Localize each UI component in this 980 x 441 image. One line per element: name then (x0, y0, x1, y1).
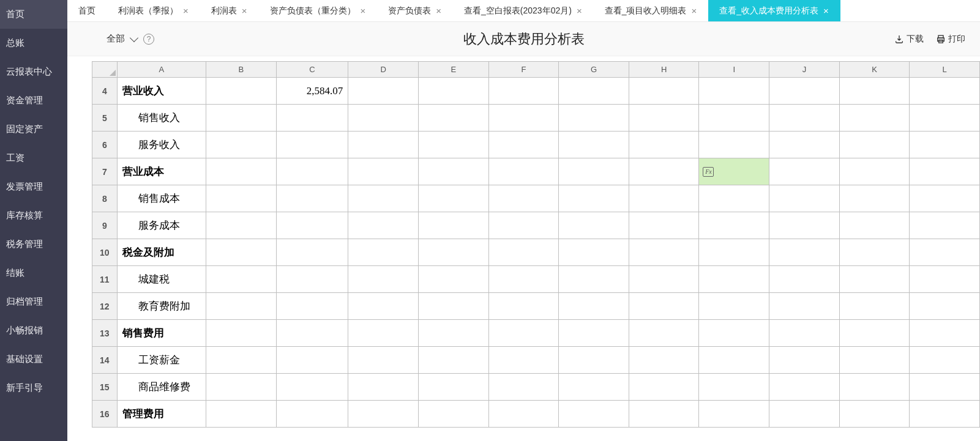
cell[interactable] (910, 293, 980, 320)
cell[interactable] (206, 293, 276, 320)
cell[interactable] (206, 266, 276, 293)
cell[interactable] (276, 239, 348, 266)
cell[interactable] (839, 320, 910, 347)
cell[interactable] (629, 185, 699, 212)
column-header[interactable]: G (559, 62, 629, 78)
cell[interactable] (699, 212, 769, 239)
filter-label[interactable]: 全部 (107, 33, 125, 45)
cell[interactable] (839, 212, 910, 239)
cell[interactable] (769, 158, 840, 185)
cell[interactable] (488, 212, 559, 239)
close-icon[interactable]: × (691, 6, 697, 16)
cell[interactable] (348, 158, 419, 185)
cell[interactable] (629, 320, 699, 347)
sidebar-item[interactable]: 发票管理 (0, 172, 67, 201)
cell[interactable] (910, 401, 980, 428)
cell[interactable]: 城建税 (117, 266, 206, 293)
cell[interactable] (418, 293, 488, 320)
cell[interactable] (348, 185, 419, 212)
cell[interactable] (276, 293, 348, 320)
sidebar-item[interactable]: 税务管理 (0, 230, 67, 259)
tab[interactable]: 资产负债表× (377, 0, 453, 21)
cell[interactable] (276, 347, 348, 374)
cell[interactable]: 教育费附加 (117, 293, 206, 320)
sidebar-item[interactable]: 总账 (0, 29, 67, 57)
close-icon[interactable]: × (823, 6, 829, 16)
cell[interactable] (488, 239, 559, 266)
cell[interactable] (276, 185, 348, 212)
cell[interactable] (910, 105, 980, 132)
cell[interactable]: 管理费用 (117, 401, 206, 428)
cell[interactable] (559, 347, 629, 374)
cell[interactable] (910, 185, 980, 212)
close-icon[interactable]: × (436, 6, 441, 16)
cell[interactable] (418, 185, 488, 212)
cell[interactable] (418, 347, 488, 374)
cell[interactable] (910, 266, 980, 293)
cell[interactable] (769, 78, 840, 105)
cell[interactable] (276, 401, 348, 428)
download-button[interactable]: 下载 (894, 34, 924, 45)
cell[interactable] (839, 132, 910, 158)
cell[interactable] (699, 266, 769, 293)
cell[interactable] (699, 132, 769, 158)
cell[interactable] (839, 293, 910, 320)
cell[interactable] (839, 374, 910, 401)
close-icon[interactable]: × (242, 6, 247, 16)
cell[interactable] (629, 239, 699, 266)
chevron-down-icon[interactable] (130, 33, 138, 42)
row-header[interactable]: 11 (92, 266, 118, 293)
cell[interactable] (839, 401, 910, 428)
tab[interactable]: 利润表（季报）× (107, 0, 200, 21)
cell[interactable] (699, 320, 769, 347)
sidebar-item[interactable]: 新手引导 (0, 374, 67, 402)
cell[interactable] (348, 347, 419, 374)
cell[interactable] (769, 320, 840, 347)
cell[interactable] (559, 320, 629, 347)
cell[interactable] (769, 239, 840, 266)
cell[interactable] (699, 78, 769, 105)
cell[interactable] (206, 401, 276, 428)
cell[interactable] (769, 347, 840, 374)
cell[interactable] (559, 78, 629, 105)
row-header[interactable]: 8 (92, 185, 118, 212)
cell[interactable] (559, 293, 629, 320)
cell[interactable]: 营业成本 (117, 158, 206, 185)
cell[interactable] (276, 132, 348, 158)
row-header[interactable]: 9 (92, 212, 118, 239)
cell[interactable] (699, 239, 769, 266)
cell[interactable] (769, 266, 840, 293)
cell[interactable] (559, 158, 629, 185)
cell[interactable] (206, 320, 276, 347)
cell[interactable]: 销售成本 (117, 185, 206, 212)
cell[interactable] (348, 239, 419, 266)
cell[interactable] (488, 401, 559, 428)
cell[interactable] (488, 347, 559, 374)
cell[interactable]: 服务成本 (117, 212, 206, 239)
cell[interactable] (206, 185, 276, 212)
cell[interactable] (276, 266, 348, 293)
cell[interactable] (418, 132, 488, 158)
cell[interactable] (629, 347, 699, 374)
cell[interactable] (769, 293, 840, 320)
column-header[interactable]: L (910, 62, 980, 78)
cell[interactable] (418, 320, 488, 347)
spreadsheet-container[interactable]: ABCDEFGHIJKL4营业收入2,584.075销售收入6服务收入7营业成本… (67, 56, 980, 441)
cell[interactable]: 工资薪金 (117, 347, 206, 374)
column-header[interactable]: E (418, 62, 488, 78)
row-header[interactable]: 13 (92, 320, 118, 347)
column-header[interactable]: H (629, 62, 699, 78)
tab[interactable]: 首页 (67, 0, 107, 21)
column-header[interactable]: B (206, 62, 276, 78)
cell[interactable] (910, 347, 980, 374)
cell[interactable]: 服务收入 (117, 132, 206, 158)
cell[interactable] (418, 158, 488, 185)
cell[interactable] (839, 266, 910, 293)
cell[interactable] (839, 347, 910, 374)
cell[interactable] (699, 374, 769, 401)
column-header[interactable]: K (839, 62, 910, 78)
cell[interactable] (488, 185, 559, 212)
column-header[interactable]: J (769, 62, 840, 78)
sidebar-item[interactable]: 结账 (0, 259, 67, 287)
cell[interactable] (276, 158, 348, 185)
